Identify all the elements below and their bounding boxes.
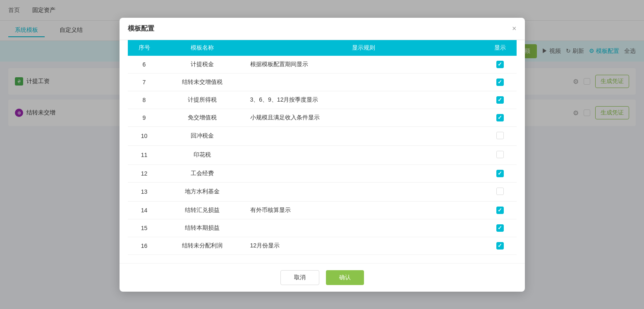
row-id-16: 16 (128, 237, 161, 254)
col-header-id: 序号 (128, 40, 161, 56)
row-rule-11 (244, 145, 484, 164)
table-row: 16结转未分配利润12月份显示 (128, 237, 517, 254)
modal-body[interactable]: 序号 模板名称 显示规则 显示 6计提税金根据模板配置期间显示7结转未交增值税8… (120, 40, 525, 263)
checkbox-7[interactable] (496, 78, 504, 86)
col-header-rule: 显示规则 (244, 40, 484, 56)
row-name-7: 结转未交增值税 (161, 73, 244, 91)
table-row: 14结转汇兑损益有外币核算显示 (128, 201, 517, 219)
row-show-12[interactable] (484, 164, 517, 182)
modal-footer: 取消 确认 (120, 263, 525, 292)
cancel-button[interactable]: 取消 (280, 270, 319, 285)
row-name-6: 计提税金 (161, 56, 244, 74)
row-rule-7 (244, 73, 484, 91)
row-id-10: 10 (128, 126, 161, 145)
template-config-modal: 模板配置 × 序号 模板名称 显示规则 显示 6计提税金根据模板配置期间显示7结… (120, 18, 525, 292)
table-row: 11印花税 (128, 145, 517, 164)
row-id-11: 11 (128, 145, 161, 164)
row-rule-6: 根据模板配置期间显示 (244, 56, 484, 74)
checkbox-8[interactable] (496, 96, 504, 104)
config-table: 序号 模板名称 显示规则 显示 6计提税金根据模板配置期间显示7结转未交增值税8… (128, 40, 517, 255)
row-rule-12 (244, 164, 484, 182)
row-name-16: 结转未分配利润 (161, 237, 244, 254)
checkbox-16[interactable] (496, 242, 504, 250)
checkbox-15[interactable] (496, 224, 504, 232)
table-row: 12工会经费 (128, 164, 517, 182)
row-show-7[interactable] (484, 73, 517, 91)
row-rule-8: 3、6、9、12月按季度显示 (244, 91, 484, 109)
row-id-12: 12 (128, 164, 161, 182)
confirm-button[interactable]: 确认 (326, 270, 364, 285)
row-id-8: 8 (128, 91, 161, 109)
col-header-name: 模板名称 (161, 40, 244, 56)
row-name-12: 工会经费 (161, 164, 244, 182)
table-row: 7结转未交增值税 (128, 73, 517, 91)
row-name-8: 计提所得税 (161, 91, 244, 109)
row-rule-10 (244, 126, 484, 145)
row-name-15: 结转本期损益 (161, 219, 244, 237)
row-rule-15 (244, 219, 484, 237)
checkbox-9[interactable] (496, 114, 504, 121)
row-name-11: 印花税 (161, 145, 244, 164)
row-name-14: 结转汇兑损益 (161, 201, 244, 219)
modal-header: 模板配置 × (120, 18, 525, 40)
checkbox-11[interactable] (496, 151, 504, 158)
checkbox-10[interactable] (496, 132, 504, 139)
checkbox-6[interactable] (496, 61, 504, 68)
row-show-13[interactable] (484, 182, 517, 201)
table-row: 9免交增值税小规模且满足收入条件显示 (128, 109, 517, 126)
modal-title: 模板配置 (128, 24, 154, 33)
row-show-15[interactable] (484, 219, 517, 237)
row-id-7: 7 (128, 73, 161, 91)
row-show-8[interactable] (484, 91, 517, 109)
row-show-14[interactable] (484, 201, 517, 219)
row-id-6: 6 (128, 56, 161, 74)
row-rule-16: 12月份显示 (244, 237, 484, 254)
row-id-9: 9 (128, 109, 161, 126)
table-body: 6计提税金根据模板配置期间显示7结转未交增值税8计提所得税3、6、9、12月按季… (128, 56, 517, 255)
row-rule-14: 有外币核算显示 (244, 201, 484, 219)
row-id-14: 14 (128, 201, 161, 219)
row-name-9: 免交增值税 (161, 109, 244, 126)
table-row: 6计提税金根据模板配置期间显示 (128, 56, 517, 74)
table-row: 15结转本期损益 (128, 219, 517, 237)
row-show-11[interactable] (484, 145, 517, 164)
row-rule-9: 小规模且满足收入条件显示 (244, 109, 484, 126)
row-name-10: 回冲税金 (161, 126, 244, 145)
modal-close-button[interactable]: × (512, 25, 517, 32)
row-show-6[interactable] (484, 56, 517, 74)
row-show-16[interactable] (484, 237, 517, 254)
checkbox-12[interactable] (496, 170, 504, 177)
col-header-show: 显示 (484, 40, 517, 56)
table-row: 8计提所得税3、6、9、12月按季度显示 (128, 91, 517, 109)
row-rule-13 (244, 182, 484, 201)
modal-overlay: 模板配置 × 序号 模板名称 显示规则 显示 6计提税金根据模板配置期间显示7结… (0, 0, 644, 309)
checkbox-13[interactable] (496, 188, 504, 195)
row-id-15: 15 (128, 219, 161, 237)
row-show-10[interactable] (484, 126, 517, 145)
table-header: 序号 模板名称 显示规则 显示 (128, 40, 517, 56)
row-name-13: 地方水利基金 (161, 182, 244, 201)
row-id-13: 13 (128, 182, 161, 201)
row-show-9[interactable] (484, 109, 517, 126)
table-row: 13地方水利基金 (128, 182, 517, 201)
checkbox-14[interactable] (496, 207, 504, 214)
table-row: 10回冲税金 (128, 126, 517, 145)
